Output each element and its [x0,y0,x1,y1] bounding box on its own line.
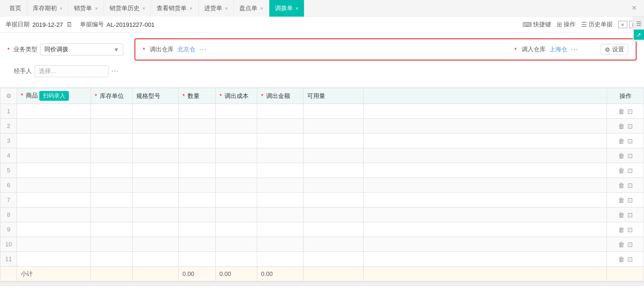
copy-icon[interactable]: ⊡ [627,167,633,174]
out-warehouse-more-icon[interactable]: ··· [199,45,207,54]
table-header-row: ⚙ * 商品 扫码录入 * 库存单位 规格型号 * 数量 [0,88,644,104]
biz-type-dropdown[interactable]: 同价调拨 ▼ [40,43,123,55]
copy-icon[interactable]: ⊡ [627,122,633,130]
tab-home[interactable]: 首页 [4,0,27,17]
data-table: ⚙ * 商品 扫码录入 * 库存单位 规格型号 * 数量 [0,88,644,281]
history-icon: ☰ [581,21,587,28]
biz-type-label: 业务类型 [13,45,37,54]
delete-icon[interactable]: 🗑 [618,226,625,233]
delete-icon[interactable]: 🗑 [618,256,625,263]
delete-icon[interactable]: 🗑 [618,211,625,219]
delete-icon[interactable]: 🗑 [618,152,625,159]
tab-inventory-init[interactable]: 库存期初 × [27,0,68,17]
copy-icon[interactable]: ⊡ [627,182,633,189]
table-row: 6🗑⊡ [0,178,644,193]
tab-close-purchase[interactable]: × [225,6,228,11]
tab-purchase[interactable]: 进货单 × [199,0,234,17]
tab-close-inventory-init[interactable]: × [60,6,62,11]
table-container: ⚙ * 商品 扫码录入 * 库存单位 规格型号 * 数量 [0,88,644,281]
tab-transfer[interactable]: 调拨单 × [269,0,304,17]
code-value: AL-20191227-001 [107,21,155,28]
gear-icon: ⚙ [605,46,610,53]
copy-icon[interactable]: ⊡ [627,152,633,159]
shortcut-button[interactable]: ⌨ 快捷键 [522,20,551,29]
window-close-button[interactable]: × [628,3,640,13]
header-actions: ⌨ 快捷键 ⊞ 操作 ☰ 历史单据 ≡ ⊞ [522,20,638,29]
table-row: 11🗑⊡ [0,252,644,267]
biz-type-required-star: * [7,46,10,53]
tab-view-sales[interactable]: 查看销货单 × [151,0,198,17]
delete-icon[interactable]: 🗑 [618,167,625,174]
table-row: 8🗑⊡ [0,208,644,222]
side-toolbar: ☰ ↗ [633,17,644,42]
table-row: 7🗑⊡ [0,193,644,208]
biz-type-dropdown-arrow: ▼ [113,46,119,53]
subtotal-label: 小计 [17,267,91,281]
handler-field: 经手人 选择... ··· [7,65,119,77]
calendar-icon[interactable]: 🗓 [66,21,73,28]
subtotal-qty: 0.00 [179,267,216,281]
tab-close-sales-history[interactable]: × [142,6,145,11]
history-button[interactable]: ☰ 历史单据 [581,20,613,29]
out-warehouse-field: * 调出仓库 北京仓 ··· [143,45,207,54]
form-area: * 业务类型 同价调拨 ▼ * 调出仓库 北京仓 ··· * [0,33,644,88]
subtotal-amount: 0.00 [257,267,304,281]
side-external-btn[interactable]: ↗ [634,30,644,40]
out-warehouse-value[interactable]: 北京仓 [177,45,195,54]
copy-icon[interactable]: ⊡ [627,137,633,145]
operations-button[interactable]: ⊞ 操作 [557,20,576,29]
operations-icon: ⊞ [557,21,562,28]
settings-button[interactable]: ⚙ 设置 [601,44,628,55]
table-row: 3🗑⊡ [0,134,644,148]
col-amount-header: * 调出金额 [257,88,304,104]
shortcut-icon: ⌨ [522,21,532,28]
side-notes-btn[interactable]: ☰ [634,18,644,29]
delete-icon[interactable]: 🗑 [618,182,625,189]
handler-placeholder: 选择... [39,67,56,75]
col-unit-header: * 库存单位 [91,88,133,104]
copy-icon[interactable]: ⊡ [627,196,633,204]
tab-close-stocktake[interactable]: × [260,6,263,11]
tab-close-transfer[interactable]: × [296,6,298,11]
layout-list-btn[interactable]: ≡ [618,21,627,28]
delete-icon[interactable]: 🗑 [618,122,625,130]
col-product-header: * 商品 扫码录入 [17,88,91,104]
handler-label: 经手人 [14,67,32,75]
handler-more-icon[interactable]: ··· [111,67,119,75]
settings-icon: ⚙ [6,92,12,99]
copy-icon[interactable]: ⊡ [627,226,633,233]
in-warehouse-field: * 调入仓库 上海仓 ··· [515,45,578,54]
date-field-group: 单据日期 2019-12-27 🗓 [6,20,73,29]
scan-button[interactable]: 扫码录入 [39,91,69,101]
table-row: 5🗑⊡ [0,163,644,178]
tab-sales-history[interactable]: 销货单历史 × [104,0,151,17]
table-row: 10🗑⊡ [0,237,644,252]
date-label: 单据日期 [6,20,30,29]
col-empty-header [364,88,607,104]
copy-icon[interactable]: ⊡ [627,211,633,219]
horizontal-scrollbar[interactable] [0,281,644,286]
copy-icon[interactable]: ⊡ [627,241,633,248]
table-row: 2🗑⊡ [0,119,644,134]
tab-sales-order[interactable]: 销货单 × [68,0,103,17]
date-value: 2019-12-27 [32,21,63,28]
in-warehouse-more-icon[interactable]: ··· [571,45,578,54]
delete-icon[interactable]: 🗑 [618,196,625,204]
copy-icon[interactable]: ⊡ [627,108,633,115]
subtotal-cost: 0.00 [216,267,257,281]
tab-stocktake[interactable]: 盘点单 × [234,0,269,17]
delete-icon[interactable]: 🗑 [618,108,625,115]
table-body: 1🗑⊡ 2🗑⊡ 3🗑⊡ 4🗑⊡ 5🗑⊡ 6🗑⊡ 7🗑⊡ 8🗑⊡ 9🗑⊡ 10🗑⊡… [0,104,644,281]
in-warehouse-value[interactable]: 上海仓 [549,45,567,54]
copy-icon[interactable]: ⊡ [627,256,633,263]
col-settings-header[interactable]: ⚙ [0,88,17,104]
handler-dropdown[interactable]: 选择... [35,65,109,77]
col-qty-header: * 数量 [179,88,216,104]
delete-icon[interactable]: 🗑 [618,137,625,145]
code-label: 单据编号 [80,20,104,29]
form-row-2: 经手人 选择... ··· [7,65,637,77]
tab-close-sales-order[interactable]: × [95,6,97,11]
tab-close-view-sales[interactable]: × [189,6,192,11]
delete-icon[interactable]: 🗑 [618,241,625,248]
form-header: 单据日期 2019-12-27 🗓 单据编号 AL-20191227-001 ⌨… [0,17,644,33]
